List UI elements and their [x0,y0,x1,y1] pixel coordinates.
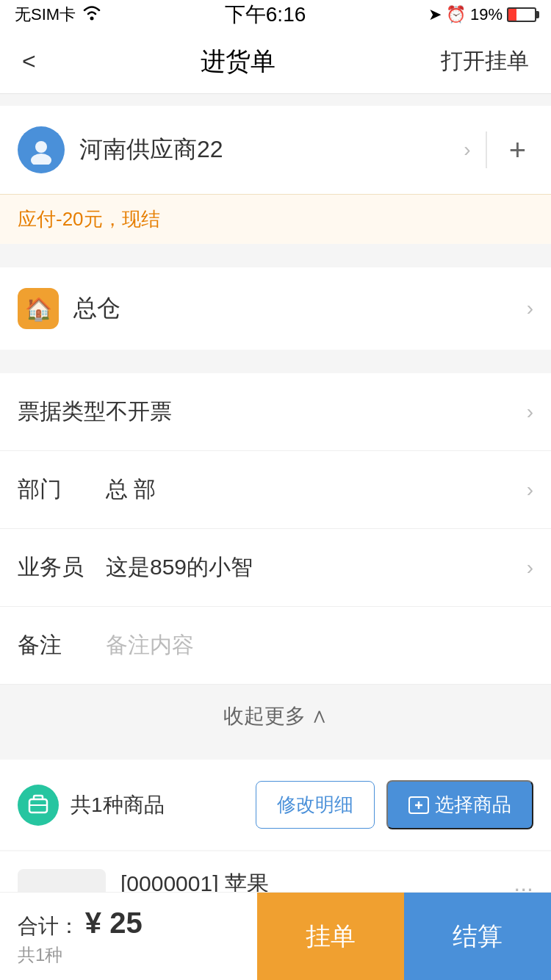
section-divider-3 [0,350,551,361]
warehouse-icon: 🏠 [25,296,52,322]
carrier-label: 无SIM卡 [15,4,76,26]
department-row[interactable]: 部门 总 部 › [0,451,551,529]
invoice-type-row[interactable]: 票据类型 不开票 › [0,373,551,451]
products-header: 共1种商品 修改明细 选择商品 [0,760,551,850]
warehouse-name: 总仓 [73,292,527,325]
alarm-icon: ⏰ [446,5,466,24]
total-amount: ¥ 25 [85,907,143,939]
section-divider-1 [0,94,551,106]
supplier-section: 河南供应商22 › + 应付-20元，现结 [0,106,551,244]
select-product-label: 选择商品 [435,792,511,818]
edit-details-button[interactable]: 修改明细 [256,781,375,829]
salesperson-label: 业务员 [18,552,106,583]
svg-point-2 [31,154,51,165]
status-bar: 无SIM卡 下午6:16 ➤ ⏰ 19% [0,0,551,29]
remark-row[interactable]: 备注 备注内容 [0,607,551,684]
svg-point-1 [35,141,47,153]
debt-notice: 应付-20元，现结 [0,194,551,244]
warehouse-row[interactable]: 🏠 总仓 › [0,267,551,350]
products-count: 共1种商品 [71,791,256,819]
nav-bar: < 进货单 打开挂单 [0,29,551,94]
pending-button[interactable]: 挂单 [257,893,404,981]
avatar [18,126,65,173]
department-value: 总 部 [106,475,527,505]
battery-percent: 19% [470,5,503,24]
status-time: 下午6:16 [225,1,306,29]
salesperson-row[interactable]: 业务员 这是859的小智 › [0,529,551,607]
supplier-name: 河南供应商22 [79,134,464,166]
supplier-divider [486,131,487,168]
products-icon [18,785,59,826]
battery-icon [507,7,536,22]
remark-label: 备注 [18,630,106,660]
warehouse-arrow-icon: › [527,297,533,320]
department-label: 部门 [18,475,106,505]
page-title: 进货单 [201,45,276,79]
status-right: ➤ ⏰ 19% [428,5,536,24]
settle-button[interactable]: 结算 [404,893,551,981]
total-count: 共1种 [18,943,240,967]
remark-value: 备注内容 [106,630,533,660]
salesperson-value: 这是859的小智 [106,552,527,583]
department-arrow-icon: › [527,478,533,502]
back-button[interactable]: < [22,48,36,75]
wifi-icon [82,4,102,25]
open-pending-button[interactable]: 打开挂单 [441,46,529,76]
supplier-arrow-icon: › [464,138,470,162]
add-supplier-button[interactable]: + [502,134,533,167]
invoice-type-value: 不开票 [106,397,527,427]
supplier-row[interactable]: 河南供应商22 › + [0,106,551,194]
warehouse-section: 🏠 总仓 › [0,267,551,350]
collapse-button[interactable]: 收起更多 ∧ [0,684,551,748]
select-product-button[interactable]: 选择商品 [386,780,533,829]
form-section: 票据类型 不开票 › 部门 总 部 › 业务员 这是859的小智 › 备注 备注… [0,373,551,684]
status-left: 无SIM卡 [15,4,102,26]
warehouse-icon-bg: 🏠 [18,288,59,329]
invoice-type-label: 票据类型 [18,397,106,427]
location-icon: ➤ [428,5,442,24]
section-divider-2 [0,244,551,256]
salesperson-arrow-icon: › [527,556,533,580]
total-label: 合计： [18,915,79,937]
invoice-arrow-icon: › [527,400,533,424]
total-section: 合计： ¥ 25 共1种 [0,907,257,967]
svg-point-0 [90,17,94,21]
bottom-bar: 合计： ¥ 25 共1种 挂单 结算 [0,892,551,980]
